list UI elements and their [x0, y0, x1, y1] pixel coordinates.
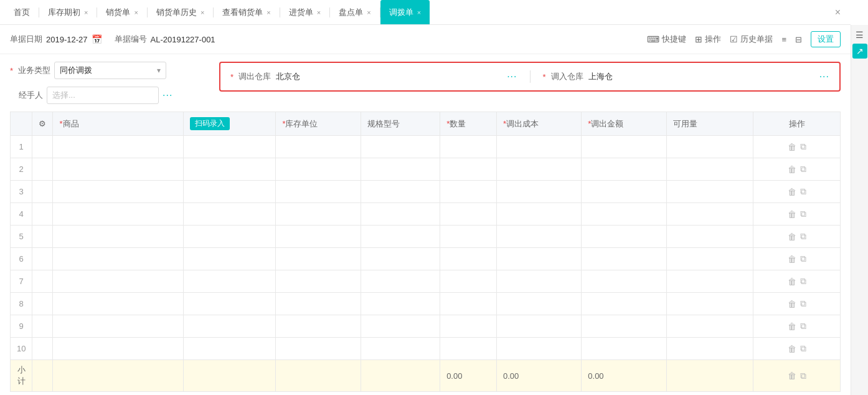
row-copy-icon[interactable]: ⧉ — [800, 141, 806, 152]
row-product[interactable] — [53, 181, 184, 203]
tab-close-sales-history[interactable]: × — [200, 9, 204, 16]
row-gear-cell — [32, 293, 53, 315]
layout1-button[interactable]: ≡ — [781, 35, 786, 44]
tab-inventory-init[interactable]: 库存期初 × — [39, 0, 97, 24]
scan-button[interactable]: 扫码录入 — [190, 117, 230, 130]
row-delete-icon[interactable]: 🗑 — [788, 321, 796, 331]
row-copy-icon[interactable]: ⧉ — [800, 254, 806, 264]
row-copy-icon[interactable]: ⧉ — [800, 186, 806, 197]
row-delete-icon[interactable]: 🗑 — [788, 299, 796, 309]
row-delete-icon[interactable]: 🗑 — [788, 254, 796, 264]
global-close-button[interactable]: × — [830, 7, 846, 18]
row-product[interactable] — [53, 270, 184, 293]
row-delete-icon[interactable]: 🗑 — [788, 232, 796, 242]
transfer-in-more-icon[interactable]: ··· — [819, 71, 829, 82]
tab-transfer[interactable]: 调拨单 × — [380, 0, 430, 24]
warehouse-divider — [530, 70, 531, 83]
calendar-icon[interactable]: 📅 — [92, 34, 102, 44]
row-product[interactable] — [53, 248, 184, 270]
tab-sales-history[interactable]: 销货单历史 × — [148, 0, 213, 24]
tab-close-inventory-init[interactable]: × — [84, 9, 88, 16]
row-cost — [497, 181, 582, 203]
transfer-in-field: * 调入仓库 上海仓 ··· — [543, 71, 830, 82]
row-scan — [183, 203, 275, 226]
row-product[interactable] — [53, 293, 184, 315]
history-label: 历史单据 — [740, 34, 773, 45]
row-copy-icon[interactable]: ⧉ — [800, 209, 806, 219]
operations-button[interactable]: ⊞ 操作 — [695, 34, 721, 45]
row-number: 7 — [11, 270, 32, 293]
handler-placeholder: 选择... — [52, 90, 75, 101]
transfer-out-more-icon[interactable]: ··· — [507, 71, 517, 82]
row-spec — [361, 248, 440, 270]
row-spec — [361, 293, 440, 315]
row-delete-icon[interactable]: 🗑 — [788, 371, 796, 381]
row-action: 🗑 ⧉ — [753, 248, 841, 270]
handler-select[interactable]: 选择... — [47, 87, 159, 104]
table-row: 3 🗑 ⧉ — [11, 181, 841, 203]
history-button[interactable]: ☑ 历史单据 — [730, 34, 773, 45]
row-product[interactable] — [53, 315, 184, 338]
row-product[interactable] — [53, 226, 184, 248]
col-unit: *库存单位 — [276, 112, 361, 136]
col-quantity: *数量 — [440, 112, 497, 136]
sidebar-export-icon[interactable]: ↗ — [852, 44, 867, 59]
transfer-out-label: 调出仓库 — [238, 71, 271, 82]
business-type-select[interactable]: 同价调拨 ▾ — [54, 62, 166, 79]
tab-home[interactable]: 首页 — [5, 0, 39, 24]
row-gear-cell — [32, 315, 53, 338]
row-scan — [183, 315, 275, 338]
row-product[interactable] — [53, 360, 184, 392]
row-copy-icon[interactable]: ⧉ — [800, 321, 806, 331]
shortcuts-button[interactable]: ⌨ 快捷键 — [647, 34, 686, 45]
gear-icon[interactable]: ⚙ — [39, 119, 46, 128]
tab-close-sales-order[interactable]: × — [134, 9, 138, 16]
row-amount — [582, 338, 666, 360]
table-row: 9 🗑 ⧉ — [11, 315, 841, 338]
tab-sales-order[interactable]: 销货单 × — [97, 0, 146, 24]
row-action: 🗑 ⧉ — [753, 315, 841, 338]
row-delete-icon[interactable]: 🗑 — [788, 164, 796, 174]
row-product[interactable] — [53, 203, 184, 226]
transfer-in-label: 调入仓库 — [551, 71, 583, 82]
settings-button[interactable]: 设置 — [811, 31, 841, 47]
row-delete-icon[interactable]: 🗑 — [788, 344, 796, 354]
row-amount — [582, 181, 666, 203]
row-product[interactable] — [53, 136, 184, 158]
row-delete-icon[interactable]: 🗑 — [788, 209, 796, 219]
handler-more-icon[interactable]: ··· — [163, 90, 172, 101]
row-scan — [183, 226, 275, 248]
row-copy-icon[interactable]: ⧉ — [800, 231, 806, 242]
row-amount — [582, 248, 666, 270]
row-copy-icon[interactable]: ⧉ — [800, 343, 806, 354]
row-copy-icon[interactable]: ⧉ — [800, 298, 806, 309]
row-spec — [361, 315, 440, 338]
row-delete-icon[interactable]: 🗑 — [788, 142, 796, 152]
row-copy-icon[interactable]: ⧉ — [800, 164, 806, 174]
tab-purchase-order[interactable]: 进货单 × — [280, 0, 329, 24]
row-delete-icon[interactable]: 🗑 — [788, 277, 796, 287]
row-scan — [183, 158, 275, 181]
tab-close-purchase-order[interactable]: × — [317, 9, 321, 16]
transfer-in-required: * — [543, 72, 546, 82]
sidebar-list-icon[interactable]: ☰ — [852, 27, 867, 42]
row-product[interactable] — [53, 158, 184, 181]
row-quantity: 0.00 — [440, 360, 497, 392]
tab-close-transfer[interactable]: × — [417, 9, 421, 16]
row-gear-cell — [32, 136, 53, 158]
row-delete-icon[interactable]: 🗑 — [788, 187, 796, 197]
number-value: AL-20191227-001 — [151, 35, 215, 44]
row-copy-icon[interactable]: ⧉ — [800, 276, 806, 287]
header-area: 单据日期 2019-12-27 📅 单据编号 AL-20191227-001 ⌨… — [0, 25, 851, 54]
tab-view-sales[interactable]: 查看销货单 × — [214, 0, 279, 24]
row-product[interactable] — [53, 338, 184, 360]
row-spec — [361, 136, 440, 158]
row-copy-icon[interactable]: ⧉ — [800, 371, 806, 381]
tab-close-view-sales[interactable]: × — [267, 9, 270, 16]
row-number: 1 — [11, 136, 32, 158]
business-type-arrow-icon: ▾ — [157, 66, 161, 75]
operations-label: 操作 — [705, 34, 721, 45]
tab-close-stocktake[interactable]: × — [367, 9, 370, 16]
tab-stocktake[interactable]: 盘点单 × — [330, 0, 379, 24]
layout2-button[interactable]: ⊟ — [795, 35, 802, 44]
